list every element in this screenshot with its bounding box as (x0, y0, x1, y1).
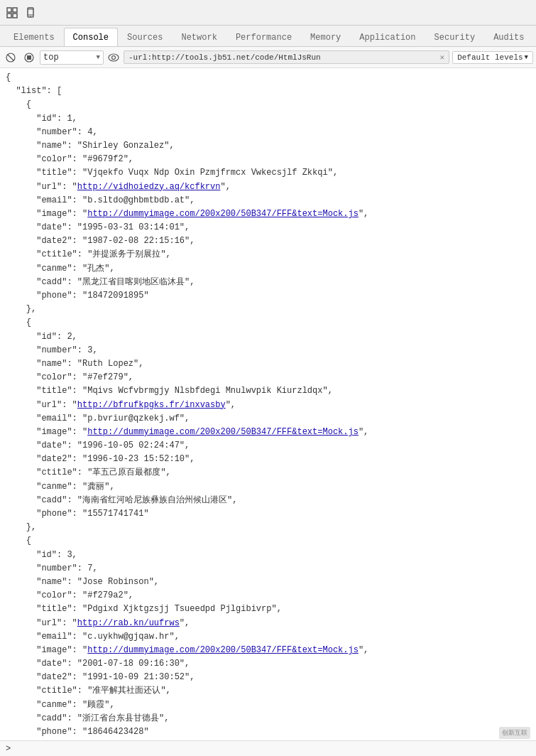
console-line: "name": "Ruth Lopez", (0, 357, 536, 371)
console-line: "name": "Shirley Gonzalez", (0, 139, 536, 153)
svg-line-9 (8, 55, 13, 60)
console-line: "image": "http://dummyimage.com/200x200/… (0, 426, 536, 439)
svg-point-7 (30, 16, 31, 17)
console-line: }, (0, 303, 536, 316)
console-line: { (0, 316, 536, 330)
console-line: { (0, 71, 536, 85)
console-line: "date": "2001-07-18 09:16:30", (0, 657, 536, 671)
console-line: { (0, 98, 536, 112)
inspect-icon[interactable] (4, 5, 20, 21)
console-line: "date2": "1991-10-09 21:30:52", (0, 671, 536, 684)
console-line: "list": [ (0, 85, 536, 98)
console-toolbar: top ▼ -url:http://tools.jb51.net/code/Ht… (0, 47, 536, 68)
console-line: "color": "#7ef279", (0, 371, 536, 384)
console-line: "id": 2, (0, 330, 536, 344)
top-toolbar (0, 0, 536, 26)
image-link-1[interactable]: http://dummyimage.com/200x200/50B347/FFF… (87, 209, 359, 219)
svg-point-12 (109, 54, 119, 61)
dropdown-arrow-icon: ▼ (97, 54, 100, 61)
console-line: "url": "http://bfrufkpgks.fr/inxvasby", (0, 399, 536, 412)
watermark: 创新互联 (499, 727, 530, 739)
svg-rect-2 (7, 14, 11, 18)
tab-sources[interactable]: Sources (118, 28, 172, 46)
url-clear-icon[interactable]: ✕ (440, 53, 445, 62)
console-line: }, (0, 521, 536, 534)
console-line: "cadd": "海南省红河哈尼族彝族自治州候山港区", (0, 494, 536, 507)
url-filter-text: -url:http://tools.jb51.net/code/HtmlJsRu… (128, 53, 440, 62)
tab-elements[interactable]: Elements (4, 28, 64, 46)
console-line: "email": "c.uykhw@gjqaw.hr", (0, 630, 536, 644)
url-link-2[interactable]: http://bfrufkpgks.fr/inxvasby (77, 400, 226, 410)
console-line: "url": "http://vidhoiedzy.aq/kcfkrvn", (0, 180, 536, 194)
console-line: "date": "1996-10-05 02:24:47", (0, 439, 536, 453)
context-selector[interactable]: top ▼ (40, 50, 104, 65)
url-filter-bar[interactable]: -url:http://tools.jb51.net/code/HtmlJsRu… (124, 50, 449, 64)
levels-label: Default levels (457, 53, 523, 62)
image-link-3[interactable]: http://dummyimage.com/200x200/50B347/FFF… (87, 645, 359, 655)
tab-console[interactable]: Console (64, 28, 118, 46)
more-tabs[interactable]: ⋮ (533, 37, 536, 46)
tab-performance[interactable]: Performance (226, 28, 301, 46)
console-line: "phone": "18472091895" (0, 289, 536, 303)
console-line: "name": "Jose Robinson", (0, 576, 536, 589)
console-line: "number": 4, (0, 126, 536, 139)
url-link-1[interactable]: http://vidhoiedzy.aq/kcfkrvn (77, 182, 221, 192)
console-line: "ctitle": "并提派务于别展拉", (0, 248, 536, 261)
console-line: "canme": "龚丽", (0, 480, 536, 494)
tab-bar: Elements Console Sources Network Perform… (0, 26, 536, 47)
console-line: "date2": "1996-10-23 15:52:10", (0, 453, 536, 466)
tab-application[interactable]: Application (350, 28, 425, 46)
toolbar-icons (4, 5, 38, 21)
console-line: "image": "http://dummyimage.com/200x200/… (0, 207, 536, 221)
console-line: "canme": "孔杰", (0, 262, 536, 276)
svg-rect-3 (13, 14, 17, 18)
console-line: "cadd": "浙江省台东县甘德县", (0, 712, 536, 725)
svg-rect-1 (13, 8, 17, 12)
console-line: "number": 3, (0, 344, 536, 357)
tab-audits[interactable]: Audits (484, 28, 533, 46)
console-line: "date": "1995-03-31 03:14:01", (0, 221, 536, 234)
console-line: "title": "Pdgixd Xjktgzsjj Tsueedpd Pjlg… (0, 603, 536, 616)
console-line: "email": "b.sltdo@ghbmtbdb.at", (0, 194, 536, 207)
svg-rect-11 (27, 55, 31, 60)
levels-arrow-icon: ▼ (525, 54, 528, 61)
console-line: "color": "#f279a2", (0, 589, 536, 603)
levels-button[interactable]: Default levels ▼ (452, 51, 533, 64)
console-line: "id": 1, (0, 112, 536, 126)
console-line: "cadd": "黑龙江省目喀则地区临沐县", (0, 276, 536, 289)
console-line: { (0, 534, 536, 548)
tab-network[interactable]: Network (172, 28, 226, 46)
console-line: "id": 3, (0, 549, 536, 562)
clear-console-icon[interactable] (3, 50, 18, 65)
console-line: "url": "http://rab.kn/uufrws", (0, 617, 536, 630)
tab-security[interactable]: Security (425, 28, 485, 46)
console-line: "color": "#9679f2", (0, 153, 536, 166)
console-prompt: > (6, 744, 11, 754)
console-line: "image": "http://dummyimage.com/200x200/… (0, 644, 536, 657)
console-line: "title": "Vjqekfo Vuqx Ndp Oxin Pzmjfrmc… (0, 166, 536, 180)
console-line: "date2": "1987-02-08 22:15:16", (0, 234, 536, 248)
svg-point-13 (112, 55, 116, 59)
console-line: "ctitle": "准平解其社面还认", (0, 684, 536, 698)
console-line: "canme": "顾霞", (0, 698, 536, 712)
image-link-2[interactable]: http://dummyimage.com/200x200/50B347/FFF… (87, 427, 359, 437)
url-link-3[interactable]: http://rab.kn/uufrws (77, 618, 180, 628)
console-prompt-bar: > (0, 740, 536, 756)
svg-rect-0 (7, 8, 11, 12)
stop-icon[interactable] (21, 50, 37, 65)
console-line: "phone": "15571741741" (0, 507, 536, 521)
console-line: "phone": "18646423428" (0, 725, 536, 739)
tab-memory[interactable]: Memory (301, 28, 350, 46)
console-line: "title": "Mqivs Wcfvbrmgjy Nlsbfdegi Mnu… (0, 384, 536, 398)
mobile-icon[interactable] (23, 5, 38, 21)
console-output: { "list": [ { "id": 1, "number": 4, "nam… (0, 68, 536, 756)
console-line: "ctitle": "革五己原百最都度", (0, 466, 536, 480)
console-line: "number": 7, (0, 562, 536, 576)
filter-eye-icon[interactable] (106, 50, 121, 65)
console-line: "email": "p.bvriur@qzkekj.wf", (0, 412, 536, 426)
